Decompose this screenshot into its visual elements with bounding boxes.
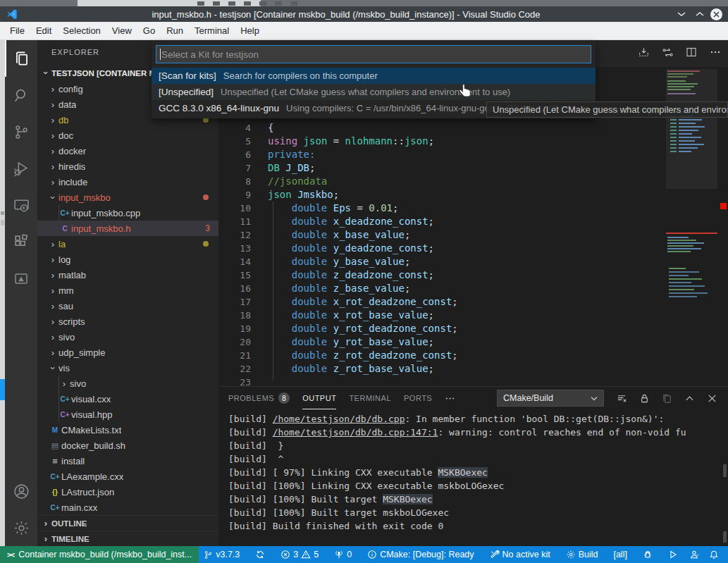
tree-item-laexample-cxx[interactable]: C+LAexample.cxx	[37, 469, 218, 484]
more-actions-icon[interactable]	[708, 45, 722, 59]
panel-tab-ports[interactable]: PORTS	[404, 388, 432, 409]
menu-run[interactable]: Run	[161, 22, 189, 39]
output-text: MSKBOexec	[438, 467, 487, 478]
menu-view[interactable]: View	[106, 22, 137, 39]
activity-account[interactable]	[5, 473, 37, 509]
section-outline[interactable]: ›OUTLINE	[37, 515, 218, 531]
maximize-panel-icon[interactable]	[683, 392, 696, 404]
menu-terminal[interactable]: Terminal	[189, 22, 235, 39]
tree-item-lastruct-json[interactable]: {}LAstruct.json	[37, 484, 218, 500]
maximize-button[interactable]	[692, 8, 708, 20]
activity-extensions[interactable]	[5, 223, 37, 260]
clear-output-icon[interactable]	[615, 392, 628, 404]
output-file-link[interactable]: /home/testjson/db/db.cpp	[273, 414, 405, 424]
git-status-dot	[203, 194, 209, 200]
install-package-icon[interactable]	[636, 45, 650, 59]
tree-item-matlab[interactable]: ›matlab	[37, 267, 218, 283]
tree-item-docker[interactable]: ›docker	[37, 143, 218, 159]
tree-item-vis[interactable]: ›vis	[37, 360, 218, 376]
status-debug-button[interactable]	[638, 546, 658, 563]
output-text: : In member function 'bool DB::get(DB::j…	[405, 414, 664, 424]
status-feedback[interactable]	[684, 546, 704, 563]
panel-tab-output[interactable]: OUTPUT	[302, 387, 336, 409]
tree-item-la[interactable]: ›la	[37, 236, 218, 252]
output-channel-select[interactable]: CMake/Build	[497, 390, 604, 407]
tree-item-sivo[interactable]: ›sivo	[37, 329, 218, 345]
activity-settings[interactable]	[5, 509, 37, 546]
code-text: {	[257, 121, 273, 135]
tree-item-cmakelists-txt[interactable]: MCMakeLists.txt	[37, 422, 218, 438]
menu-selection[interactable]: Selection	[57, 22, 106, 39]
tree-item-udp-simple[interactable]: ›udp_simple	[37, 345, 218, 360]
tree-item-input-mskbo[interactable]: ›input_mskbo	[37, 190, 218, 205]
minimize-button[interactable]	[674, 8, 689, 20]
output-file-link[interactable]: /home/testjson/db/db.cpp:147:1	[273, 427, 438, 438]
output-channel-value: CMake/Build	[503, 393, 553, 403]
code-line: 4{	[218, 121, 670, 135]
remote-indicator[interactable]: >< Container mskbo_build (/mskbo_build_i…	[0, 546, 199, 563]
tree-item-main-cxx[interactable]: C+main.cxx	[37, 500, 218, 515]
panel-tab-terminal[interactable]: TERMINAL	[349, 388, 391, 409]
close-panel-icon[interactable]	[705, 392, 718, 404]
open-in-editor-icon[interactable]	[660, 392, 673, 404]
tree-item-docker-build-sh[interactable]: ▤docker_build.sh	[37, 438, 218, 453]
activity-search[interactable]	[5, 77, 37, 113]
quick-pick-input[interactable]: Select a Kit for testjson	[156, 45, 591, 63]
code-view[interactable]: 4{5using json = nlohmann::json;6private:…	[218, 121, 670, 389]
status-cmake-version[interactable]: v3.7.3	[199, 546, 245, 563]
line-number: 11	[218, 215, 257, 228]
split-editor-icon[interactable]	[684, 45, 698, 59]
status-active-kit[interactable]: No active kit	[485, 546, 555, 563]
menu-help[interactable]: Help	[235, 22, 265, 39]
activity-image-preview[interactable]	[5, 260, 37, 297]
tree-item-mm[interactable]: ›mm	[37, 283, 218, 298]
status-sync-button[interactable]	[250, 546, 270, 563]
output-line: [build] Build finished with exit code 0	[228, 519, 728, 533]
panel-tab-problems[interactable]: PROBLEMS8	[228, 388, 290, 409]
vscode-window: { "window": { "title": "input_mskbo.h - …	[0, 0, 728, 563]
panel-scrollbar[interactable]	[723, 464, 727, 477]
status-cmake-status[interactable]: CMake: [Debug]: Ready	[362, 546, 479, 563]
code-text: double z_deadzone_const;	[257, 268, 434, 282]
tree-item-visual-cxx[interactable]: C+visual.cxx	[37, 391, 218, 407]
tree-item-sivo[interactable]: ›sivo	[37, 376, 218, 391]
output-console[interactable]: [build] /home/testjson/db/db.cpp: In mem…	[218, 409, 728, 545]
chevron-down-icon: ›	[41, 68, 51, 79]
status-problems-counts[interactable]: 35	[276, 546, 323, 563]
menu-go[interactable]: Go	[137, 22, 161, 39]
activity-remote-explorer[interactable]	[5, 187, 37, 223]
menu-file[interactable]: File	[4, 22, 30, 39]
tree-item-doc[interactable]: ›doc	[37, 128, 218, 143]
kit-option-0[interactable]: [Scan for kits]Search for compilers on t…	[152, 68, 596, 84]
status-notifications[interactable]	[704, 546, 724, 563]
panel-scrollbar-thumb[interactable]	[723, 531, 727, 543]
section-label: OUTLINE	[51, 519, 87, 528]
activity-explorer[interactable]	[5, 40, 37, 77]
tree-item-hiredis[interactable]: ›hiredis	[37, 159, 218, 174]
tree-item-visual-hpp[interactable]: C+visual.hpp	[37, 407, 218, 422]
kit-option-label: [Scan for kits]	[159, 70, 216, 81]
tree-item-sau[interactable]: ›sau	[37, 298, 218, 314]
menu-edit[interactable]: Edit	[30, 22, 57, 39]
status-ports-indicator[interactable]: 0	[329, 546, 357, 563]
status-launch-button[interactable]	[663, 546, 683, 563]
tree-item-log[interactable]: ›log	[37, 252, 218, 267]
tree-item-input-mskbo-h[interactable]: Cinput_mskbo.h3	[37, 221, 218, 236]
status-build-button[interactable]: Build	[561, 546, 603, 563]
status-build-target[interactable]: [all]	[608, 546, 631, 563]
tree-item-input-mskbo-cpp[interactable]: C+input_mskbo.cpp	[37, 205, 218, 221]
kit-option-1[interactable]: [Unspecified]Unspecified (Let CMake gues…	[152, 84, 596, 100]
tree-item-scripts[interactable]: ›scripts	[37, 314, 218, 329]
panel-more-actions-icon[interactable]	[445, 388, 455, 409]
output-line: [build] /home/testjson/db/db.cpp: In mem…	[228, 412, 728, 426]
play-icon	[668, 550, 678, 559]
switch-header-source-icon[interactable]	[660, 45, 674, 59]
tree-item-install[interactable]: ≡install	[37, 453, 218, 469]
section-timeline[interactable]: ›TIMELINE	[37, 531, 218, 546]
minimap[interactable]	[666, 69, 717, 393]
activity-source-control[interactable]	[5, 113, 37, 150]
lock-scroll-icon[interactable]	[638, 392, 650, 404]
activity-run-and-debug[interactable]	[5, 150, 37, 187]
tree-item-include[interactable]: ›include	[37, 174, 218, 190]
close-button[interactable]	[710, 8, 722, 20]
